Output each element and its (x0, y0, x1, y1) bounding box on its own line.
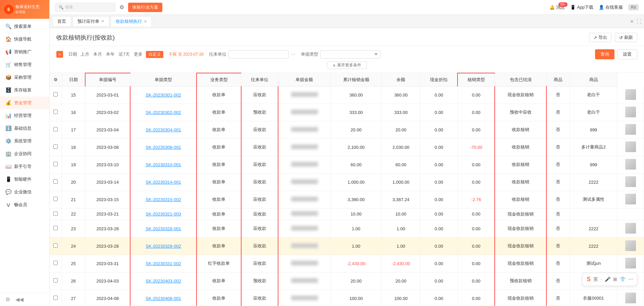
cell-goods: 衣服00001 (570, 290, 618, 306)
filter-settings-button[interactable]: 设置 (617, 49, 637, 59)
sidebar-item-operations[interactable]: 📊经营管理 (0, 109, 49, 122)
singleno-link[interactable]: SK-20230302-002 (146, 110, 181, 115)
cell-goods (570, 208, 618, 220)
sidebar-item-basic[interactable]: ℹ️基础信息 (0, 122, 49, 135)
sidebar-item-quick[interactable]: 🏠快捷导航 (0, 33, 49, 46)
cell-settings[interactable] (50, 173, 62, 191)
tab-close-all-button[interactable]: ✕ (630, 19, 634, 24)
cell-settings[interactable] (50, 272, 62, 290)
sidebar-item-hardware[interactable]: 📱智能硬件 (0, 173, 49, 186)
export-button[interactable]: ↗ 导出 (589, 33, 611, 42)
cell-bustype: 应收款 (241, 290, 278, 306)
row-checkbox[interactable] (53, 243, 58, 248)
ime-more-icon[interactable]: ⋯ (628, 277, 633, 283)
row-checkbox[interactable] (53, 278, 58, 283)
date-custom-button[interactable]: 自定义 (146, 51, 163, 58)
row-checkbox[interactable] (53, 179, 58, 184)
col-settings[interactable]: ⚙ (50, 73, 62, 86)
singleno-link[interactable]: SK-20230315-002 (146, 197, 181, 202)
app-download-button[interactable]: 📱 App下载 (570, 4, 593, 10)
row-checkbox[interactable] (53, 144, 58, 149)
table-wrap[interactable]: ⚙ 日期 单据编号 单据类型 业务类型 往来单位 单据金额 累计核销金额 余额 … (50, 73, 644, 306)
singleno-link[interactable]: SK-20230328-002 (146, 244, 181, 249)
tab-home[interactable]: 首页 (52, 16, 71, 27)
sidebar-item-inventory[interactable]: 🗄️库存核算 (0, 84, 49, 97)
sidebar-item-finance[interactable]: 💰资金管理 (0, 97, 49, 109)
date-last-month-button[interactable]: 上月 (79, 51, 91, 58)
sidebar-item-wechat[interactable]: 💬企业微信 (0, 186, 49, 198)
row-checkbox[interactable] (53, 127, 58, 131)
counterpart-input[interactable] (228, 50, 289, 59)
singleno-link[interactable]: SK-20230331-002 (146, 261, 181, 266)
online-service-button[interactable]: 👤 在线客服 (599, 4, 623, 10)
cell-settings[interactable] (50, 86, 62, 104)
singleno-link[interactable]: SK-20230314-001 (146, 180, 181, 185)
row-checkbox[interactable] (53, 110, 58, 114)
singleno-link[interactable]: SK-20230408-001 (146, 296, 181, 301)
receipt-type-select[interactable] (320, 50, 381, 59)
row-checkbox[interactable] (53, 211, 58, 216)
cell-settings[interactable] (50, 237, 62, 255)
singleno-link[interactable]: SK-20230304-001 (146, 127, 181, 132)
row-checkbox[interactable] (53, 226, 58, 230)
cell-settings[interactable] (50, 104, 62, 121)
filter-toggle-button[interactable]: » (56, 51, 63, 58)
topbar-gear-icon[interactable]: ⚙ (119, 4, 124, 10)
prepay-tab-close-icon[interactable]: ✕ (101, 19, 104, 23)
cell-cashdiscount: 0.00 (458, 156, 495, 173)
ime-shirt-icon[interactable]: 👕 (620, 277, 626, 283)
tab-prepay[interactable]: 预计应付单 ✕ (72, 16, 109, 27)
date-more-button[interactable]: 更多 (132, 51, 144, 58)
sidebar-item-member[interactable]: V畅会员 (0, 198, 49, 211)
date-this-month-button[interactable]: 本月 (92, 51, 103, 58)
cell-includeclosed: 否 (546, 290, 570, 306)
sidebar-settings-icon[interactable]: ⚙ (5, 296, 10, 303)
sidebar-item-guide[interactable]: 📖新手引导 (0, 160, 49, 173)
sidebar-item-corp[interactable]: 🏢企业协同 (0, 147, 49, 160)
tab-fullscreen-button[interactable]: ⛶ (637, 19, 641, 24)
sidebar-item-purchase[interactable]: 📦采购管理 (0, 71, 49, 84)
cell-settings[interactable] (50, 255, 62, 272)
receipt-tab-close-icon[interactable]: ✕ (144, 19, 147, 24)
cell-settings[interactable] (50, 290, 62, 306)
cell-date: 2023-03-01 (85, 86, 130, 104)
tab-receipt[interactable]: 收款核销执行 ✕ (111, 16, 152, 27)
notification-button[interactable]: 🔔 消息 99+ (549, 4, 565, 10)
cell-settings[interactable] (50, 156, 62, 173)
row-checkbox[interactable] (53, 162, 58, 166)
user-avatar[interactable]: Rit (628, 4, 639, 10)
receipt-type-label: 单据类型 (301, 51, 318, 57)
table-row: 19 2023-03-10 SK-20230310-001 收款单 应收款 60… (50, 156, 644, 173)
ime-grid-icon[interactable]: ⊞ (613, 277, 617, 283)
singleno-link[interactable]: SK-20230301-002 (146, 93, 181, 98)
cell-settings[interactable] (50, 191, 62, 208)
singleno-link[interactable]: SK-20230310-001 (146, 162, 181, 167)
sidebar-item-sales[interactable]: 🛒销售管理 (0, 58, 49, 71)
row-checkbox[interactable] (53, 261, 58, 265)
singleno-link[interactable]: SK-20230321-003 (146, 211, 181, 217)
row-checkbox[interactable] (53, 296, 58, 300)
query-button[interactable]: 查询 (595, 49, 614, 59)
sidebar-item-system[interactable]: ⚙️系统管理 (0, 135, 49, 147)
cell-settings[interactable] (50, 220, 62, 237)
cell-settings[interactable] (50, 208, 62, 220)
solution-button[interactable]: 体验行业方案 (128, 3, 162, 12)
date-7days-button[interactable]: 近7天 (117, 51, 131, 58)
ime-mic-icon[interactable]: 🎤 (605, 277, 610, 283)
sidebar-collapse-icon[interactable]: ◀◀ (15, 296, 23, 303)
date-this-year-button[interactable]: 本年 (105, 51, 116, 58)
row-checkbox[interactable] (53, 92, 58, 97)
cell-settings[interactable] (50, 121, 62, 138)
singleno-link[interactable]: SK-20230328-001 (146, 226, 181, 231)
topbar-search[interactable]: 🔍 搜索 (55, 3, 115, 12)
ime-eng-icon[interactable]: 英 (593, 277, 598, 283)
sidebar-item-search[interactable]: 🔍搜索菜单 (0, 20, 49, 33)
singleno-link[interactable]: SK-20230403-002 (146, 279, 181, 284)
expand-more-button[interactable]: ∨ 展开更多条件 (327, 61, 367, 69)
refresh-button[interactable]: ↺ 刷新 (615, 33, 637, 42)
singleno-link[interactable]: SK-20230308-001 (146, 145, 181, 150)
row-checkbox[interactable] (53, 197, 58, 201)
cell-settings[interactable] (50, 138, 62, 156)
sidebar-item-marketing[interactable]: 📢营销推广 (0, 46, 49, 58)
col-singleno: 单据编号 (85, 73, 130, 86)
